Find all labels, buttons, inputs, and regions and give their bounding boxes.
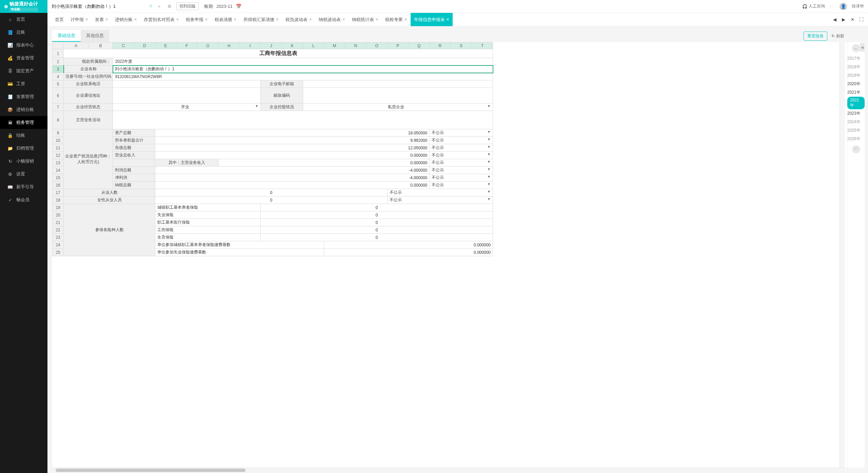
row-header[interactable]: 25 xyxy=(53,249,64,256)
row-header[interactable]: 14 xyxy=(53,167,64,174)
year-item[interactable]: 2017年 xyxy=(847,54,865,63)
cell-value[interactable]: 12.050000 xyxy=(155,144,429,152)
year-scroll-up-icon[interactable]: ︿ xyxy=(852,44,860,52)
dropdown-cell[interactable]: 不公示▼ xyxy=(430,174,493,182)
cell-value[interactable]: 2022年度 xyxy=(113,58,493,65)
dropdown-cell[interactable]: 不公示▼ xyxy=(430,137,493,144)
vertical-scrollbar[interactable] xyxy=(840,42,845,468)
cell-value[interactable]: 0.000000 xyxy=(324,249,493,256)
sidebar-item-report[interactable]: 📊报表中心 xyxy=(0,39,47,52)
sidebar-item-asset[interactable]: 🗄固定资产 xyxy=(0,64,47,77)
year-item[interactable]: 2023年 xyxy=(847,109,865,118)
cell-value[interactable]: -4.000000 xyxy=(155,167,429,174)
subtab-0[interactable]: 基础信息 xyxy=(52,30,81,42)
row-header[interactable]: 5 xyxy=(53,80,64,88)
col-header[interactable]: L xyxy=(303,42,324,49)
col-header[interactable]: M xyxy=(324,42,345,49)
row-header[interactable]: 12 xyxy=(53,152,64,159)
cell-value[interactable]: 0.000000 xyxy=(218,159,430,167)
close-icon[interactable]: ✕ xyxy=(176,17,179,22)
sidebar-item-reimburse[interactable]: ↻小畅报销 xyxy=(0,155,47,168)
col-header[interactable]: E xyxy=(155,42,176,49)
selected-cell[interactable]: 刘小艳演示账套（勿删勿动！）1 xyxy=(113,65,493,73)
row-header[interactable]: 9 xyxy=(53,129,64,137)
close-icon[interactable]: ✕ xyxy=(404,17,407,22)
dropdown-cell[interactable]: 不公示▼ xyxy=(430,159,493,167)
close-icon[interactable]: ✕ xyxy=(85,17,88,22)
gear-icon[interactable]: ⚙ xyxy=(166,4,173,9)
cell-value[interactable]: 0 xyxy=(261,204,493,211)
tab-close-all-icon[interactable]: ✕ xyxy=(848,16,856,24)
cell-value[interactable] xyxy=(113,88,261,103)
col-header[interactable]: K xyxy=(282,42,303,49)
row-header[interactable]: 10 xyxy=(53,137,64,144)
col-header[interactable]: C xyxy=(113,42,134,49)
sidebar-item-guide[interactable]: 📖新手引导 xyxy=(0,181,47,193)
year-item[interactable]: 2024年 xyxy=(847,118,865,126)
account-selector[interactable]: 刘小艳演示账套（勿删勿动！）1 xyxy=(52,3,116,10)
dropdown-cell[interactable]: 不公示▼ xyxy=(387,189,493,196)
cell-value[interactable]: -4.000000 xyxy=(155,174,429,182)
row-header[interactable]: 6 xyxy=(53,88,64,103)
row-header[interactable]: 8 xyxy=(53,111,64,129)
row-header[interactable]: 18 xyxy=(53,196,64,204)
close-icon[interactable]: ✕ xyxy=(375,17,378,22)
tab-2[interactable]: 发票✕ xyxy=(92,13,112,26)
close-icon[interactable]: ✕ xyxy=(205,17,208,22)
cell-value[interactable]: 0.000000 xyxy=(324,241,493,249)
tab-6[interactable]: 税表清册✕ xyxy=(211,13,240,26)
switch-old-button[interactable]: 切到旧版 xyxy=(176,2,199,10)
year-item[interactable]: 2018年 xyxy=(847,63,865,71)
tab-4[interactable]: 存货别名对照表✕ xyxy=(140,13,182,26)
close-icon[interactable]: ✕ xyxy=(342,17,345,22)
col-header[interactable]: O xyxy=(366,42,387,49)
tab-1[interactable]: 讨申报✕ xyxy=(67,13,92,26)
col-header[interactable]: I xyxy=(239,42,260,49)
cell-value[interactable]: 0 xyxy=(155,189,387,196)
dropdown-cell[interactable]: 不公示▼ xyxy=(387,196,493,204)
avatar-icon[interactable]: 👤 xyxy=(840,3,847,10)
dropdown-cell[interactable]: 不公示▼ xyxy=(430,129,493,137)
col-header[interactable]: F xyxy=(176,42,197,49)
row-header[interactable]: 7 xyxy=(53,103,64,111)
col-header[interactable]: G xyxy=(197,42,218,49)
tab-8[interactable]: 税负波动表✕ xyxy=(282,13,315,26)
tab-11[interactable]: 税检专家✕ xyxy=(382,13,411,26)
year-scroll-down-icon[interactable]: ﹀ xyxy=(852,145,860,153)
chevron-down-icon[interactable]: ▽ xyxy=(150,4,152,8)
fullscreen-icon[interactable]: ⛶ xyxy=(857,16,865,24)
dropdown-cell[interactable]: 不公示▼ xyxy=(430,144,493,152)
tab-10[interactable]: 纳税统计表✕ xyxy=(349,13,382,26)
row-header[interactable]: 3 xyxy=(53,65,64,73)
year-item[interactable]: 2021年 xyxy=(847,88,865,97)
col-header[interactable]: T xyxy=(472,42,493,49)
col-header[interactable]: S xyxy=(451,42,472,49)
consult-link[interactable]: 🎧 人工咨询 xyxy=(802,3,825,9)
sidebar-item-invoice[interactable]: 🧾发票管理 xyxy=(0,90,47,103)
chevron-down-icon[interactable]: ▼ xyxy=(255,104,258,108)
tab-7[interactable]: 所得税汇算清缴✕ xyxy=(240,13,282,26)
username[interactable]: 徐泽华 xyxy=(852,3,864,9)
subtab-1[interactable]: 其他信息 xyxy=(81,30,109,42)
tab-5[interactable]: 税务申报✕ xyxy=(182,13,211,26)
sidebar-item-home[interactable]: ⌂首页 xyxy=(0,13,47,26)
col-header[interactable]: B xyxy=(88,42,113,49)
row-header[interactable]: 13 xyxy=(53,159,64,167)
col-header[interactable]: J xyxy=(261,42,282,49)
cell-value[interactable] xyxy=(113,111,493,129)
row-header[interactable]: 4 xyxy=(53,73,64,80)
dropdown-cell[interactable]: 不公示▼ xyxy=(430,182,493,189)
cell-value[interactable]: 0 xyxy=(261,234,493,241)
dropdown-cell[interactable]: 私营企业▼ xyxy=(303,103,493,111)
close-icon[interactable]: ✕ xyxy=(276,17,279,22)
cell-value[interactable] xyxy=(303,80,493,88)
cell-value[interactable]: 0 xyxy=(261,219,493,226)
year-item[interactable]: 2022年 xyxy=(847,97,865,109)
spreadsheet[interactable]: ABCDEFGHIJKLMNOPQRST 1工商年报信息表 2税款所属期间：20… xyxy=(52,42,840,468)
col-header[interactable]: H xyxy=(218,42,239,49)
cell-value[interactable]: 0 xyxy=(261,211,493,219)
sidebar-item-vip[interactable]: ✓畅会员 xyxy=(0,193,47,206)
col-header[interactable]: D xyxy=(134,42,155,49)
row-header[interactable]: 24 xyxy=(53,241,64,249)
col-header[interactable]: P xyxy=(387,42,408,49)
